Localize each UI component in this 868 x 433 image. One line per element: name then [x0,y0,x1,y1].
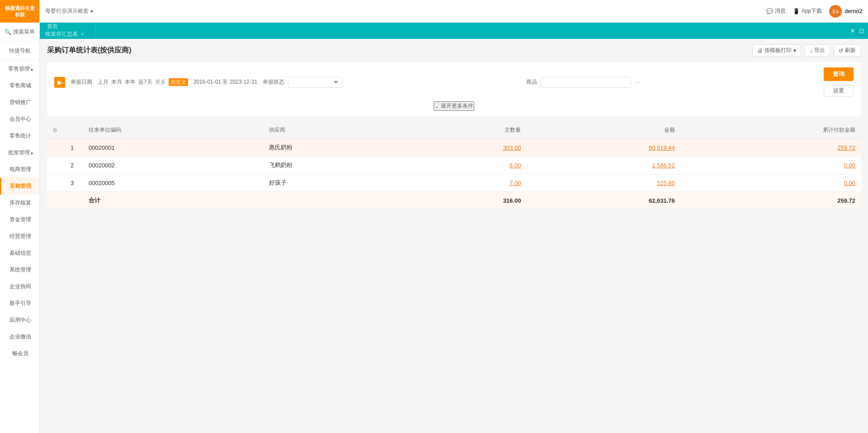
quick-nav-button[interactable]: 快捷导航 [0,44,39,57]
col-supplier: 供应商 [264,122,406,139]
sidebar-item-retail_mall[interactable]: 零售商城 [0,77,39,94]
goods-label: 商品 [526,78,537,86]
expand-icon: ⌄ [434,103,439,109]
date-last-month[interactable]: 上月 [98,78,108,86]
row-amount[interactable]: 1,586.52 [526,157,680,174]
refresh-button[interactable]: ↺ 刷新 [834,44,861,57]
filter-bar: ▶ 单据日期 上月 本月 本年 近7天 更多 自定义 2016-01-01 至 … [47,62,861,116]
sidebar-item-appcenter[interactable]: 应用中心 [0,312,39,328]
breadcrumb: 母婴行业演示账套 ▾ [45,7,766,15]
sidebar-item-operations[interactable]: 经营管理 [0,228,39,245]
search-icon: 🔍 [5,29,11,35]
sidebar: 畅捷通好生意 标版 🔍 搜索菜单 快捷导航 零售管理▴零售商城营销推广会员中心零… [0,0,40,433]
filter-status-group: 单据状态 [263,77,342,88]
sidebar-item-retail[interactable]: 零售管理▴ [0,61,39,77]
tab-close-shoufahuiTotal[interactable]: ✕ [80,32,84,37]
row-settings [47,174,65,192]
row-amount[interactable]: 60,519.44 [526,139,680,157]
data-table: ⚙ 往来单位编码 供应商 主数量 金额 累计付款金额 100020001惠氏奶粉… [47,122,861,209]
tabbar: 首页收发存汇总表✕要货单统计表✕可用量库存账本✕保质期查询✕超储预警✕功能说明✕… [40,23,868,39]
row-index: 1 [65,139,83,157]
col-quantity: 主数量 [406,122,526,139]
row-quantity[interactable]: 7.00 [406,174,526,192]
tab-shoufahuiTotal[interactable]: 收发存汇总表✕ [40,30,95,38]
row-paid[interactable]: 0.00 [680,157,861,174]
date-custom-badge[interactable]: 自定义 [169,78,188,86]
settings-button[interactable]: 设置 [824,85,854,97]
maximize-button[interactable]: ⊡ [859,27,864,34]
column-settings-icon[interactable]: ⚙ [52,127,57,133]
row-paid[interactable]: 259.72 [680,139,861,157]
date-this-year[interactable]: 本年 [125,78,136,86]
topbar-actions: 💬 消息 📱 App下载 Ea demo2 [766,5,863,18]
footer-empty-settings [47,192,65,209]
breadcrumb-arrow[interactable]: ▾ [90,8,93,14]
row-quantity[interactable]: 6.00 [406,157,526,174]
data-table-container: ⚙ 往来单位编码 供应商 主数量 金额 累计付款金额 100020001惠氏奶粉… [47,122,861,209]
main-content: 母婴行业演示账套 ▾ 💬 消息 📱 App下载 Ea demo2 首页收发存汇总… [40,0,868,433]
logo-text: 畅捷通好生意 标版 [5,5,35,18]
avatar: Ea [829,5,842,18]
filter-goods-group: 商品 ··· [526,77,640,88]
row-amount[interactable]: 525.80 [526,174,680,192]
search-menu-button[interactable]: 🔍 搜索菜单 [3,26,37,38]
refresh-icon: ↺ [839,48,843,54]
sidebar-item-basic[interactable]: 基础信息 [0,245,39,262]
sidebar-item-system[interactable]: 系统管理 [0,262,39,278]
sidebar-item-ecommerce[interactable]: 电商管理 [0,161,39,178]
app-download-action[interactable]: 📱 App下载 [793,7,822,15]
sidebar-item-finance[interactable]: 资金管理 [0,211,39,228]
sidebar-item-wechat[interactable]: 企业微信 [0,328,39,345]
download-icon: 📱 [793,8,800,14]
status-label: 单据状态 [263,78,284,86]
print-button[interactable]: 🖨 按模板打印 ▾ [752,44,801,57]
table-footer-row: 合计 316.00 62,631.76 259.72 [47,192,861,209]
status-select[interactable] [288,77,342,88]
sidebar-item-vip[interactable]: 畅会员 [0,345,39,362]
sidebar-item-retail_stat[interactable]: 零售统计 [0,128,39,144]
row-quantity[interactable]: 303.00 [406,139,526,157]
goods-more-icon[interactable]: ··· [635,79,640,86]
message-action[interactable]: 💬 消息 [766,7,786,15]
sidebar-item-inventory[interactable]: 库存核算 [0,195,39,211]
goods-input[interactable] [541,77,631,88]
date-label: 单据日期 [71,78,92,86]
tab-home[interactable]: 首页 [40,23,95,30]
col-amount: 金额 [526,122,680,139]
col-paid-amount: 累计付款金额 [680,122,861,139]
sidebar-item-purchase[interactable]: 采购管理 [0,178,39,195]
row-paid[interactable]: 0.00 [680,174,861,192]
table-row: 200020002飞鹤奶粉6.001,586.520.00 [47,157,861,174]
page-header-actions: 🖨 按模板打印 ▾ ↓ 导出 ↺ 刷新 [752,44,861,57]
expand-more-conditions[interactable]: ⌄ 展开更多条件 [434,101,474,111]
sidebar-item-marketing[interactable]: 营销推广 [0,94,39,111]
footer-amount: 62,631.76 [526,192,680,209]
sidebar-item-member[interactable]: 会员中心 [0,111,39,128]
date-last-7days[interactable]: 近7天 [138,78,152,86]
close-all-tabs-button[interactable]: ✕ [850,27,855,34]
filter-row-main: ▶ 单据日期 上月 本月 本年 近7天 更多 自定义 2016-01-01 至 … [54,67,854,97]
footer-empty-index [65,192,83,209]
date-more[interactable]: 更多 [155,78,166,86]
footer-paid: 259.72 [680,192,861,209]
sidebar-item-wholesale[interactable]: 批发管理▴ [0,144,39,161]
page: 采购订单统计表(按供应商) 🖨 按模板打印 ▾ ↓ 导出 ↺ 刷新 [40,39,868,433]
date-this-month[interactable]: 本月 [111,78,122,86]
topbar: 母婴行业演示账套 ▾ 💬 消息 📱 App下载 Ea demo2 [40,0,868,23]
quick-nav-area[interactable]: 快捷导航 [0,42,39,61]
row-supplier: 好孩子 [264,174,406,192]
export-icon: ↓ [810,48,812,54]
sidebar-search-area[interactable]: 🔍 搜索菜单 [0,23,39,42]
query-button[interactable]: 查询 [824,67,854,81]
row-index: 2 [65,157,83,174]
export-button[interactable]: ↓ 导出 [805,44,830,57]
chevron-icon: ▴ [31,150,33,155]
breadcrumb-text: 母婴行业演示账套 [45,7,89,15]
sidebar-item-enterprise[interactable]: 企业协同 [0,278,39,295]
date-range-display: 2016-01-01 至 2023-12-31 [193,78,257,86]
col-vendor-code: 往来单位编码 [83,122,264,139]
sidebar-item-guide[interactable]: 新手引导 [0,295,39,312]
user-profile[interactable]: Ea demo2 [829,5,863,18]
row-vendor-code: 00020001 [83,139,264,157]
filter-toggle-button[interactable]: ▶ [54,77,65,88]
